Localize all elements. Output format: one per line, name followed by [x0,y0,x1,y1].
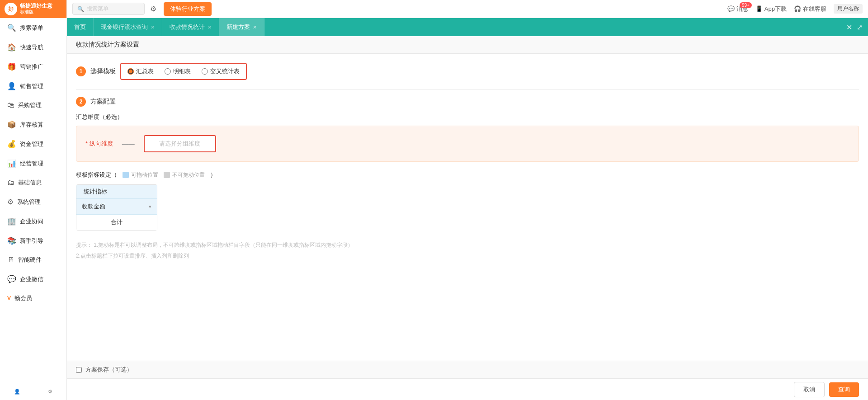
sidebar-item-ops[interactable]: 📊 经营管理 [0,154,66,173]
tab-home[interactable]: 首页 [67,18,94,36]
ops-icon: 📊 [7,159,16,168]
tab-collect-stats-label: 收款情况统计 [170,23,205,31]
online-service[interactable]: 🎧 在线客服 [794,5,826,13]
person-icon: 👤 [14,389,20,395]
sidebar-item-marketing[interactable]: 🎁 营销推广 [0,57,66,76]
sidebar-item-label: 快速导航 [20,43,43,52]
tabbar: 首页 现金银行流水查询 ✕ 收款情况统计 ✕ 新建方案 ✕ ✕ ⤢ [67,18,868,36]
sidebar-item-purchase[interactable]: 🛍 采购管理 [0,96,66,115]
corp-icon: 🏢 [7,217,16,226]
tab-new-plan-close[interactable]: ✕ [253,24,257,30]
dimension-row-label: * 纵向维度 [85,140,113,148]
app-download[interactable]: 📱 App下载 [755,5,787,13]
tab-close-all-icon[interactable]: ✕ [846,23,852,32]
step1-title: 选择模板 [90,67,116,75]
template-options: 汇总表 明细表 交叉统计表 [120,63,247,80]
sidebar-item-corp[interactable]: 🏢 企业协同 [0,212,66,231]
step-divider [76,89,859,89]
tab-new-plan[interactable]: 新建方案 ✕ [219,18,264,36]
dimension-area: * 纵向维度 —— 请选择分组维度 [76,126,859,162]
system-icon: ⚙ [7,198,14,206]
sidebar-item-label: 营销推广 [20,63,43,71]
tabbar-controls: ✕ ⤢ [841,23,868,32]
page-title-bar: 收款情况统计方案设置 [67,36,868,54]
search-icon: 🔍 [77,6,84,12]
template-option-summary[interactable]: 汇总表 [127,67,154,75]
sidebar-bottom-btn1[interactable]: 👤 [12,387,22,396]
dimension-select-box[interactable]: 请选择分组维度 [144,135,216,152]
tab-bank-flow-close[interactable]: ✕ [151,24,155,30]
service-label: 在线客服 [803,5,826,13]
sidebar-item-newbie[interactable]: 📚 新手引导 [0,231,66,250]
indicator-settings-header: 模板指标设定（ 可拖动位置 不可拖动位置 ） [76,171,859,179]
hardware-icon: 🖥 [7,256,14,264]
sidebar-item-system[interactable]: ⚙ 系统管理 [0,192,66,212]
trial-button[interactable]: 体验行业方案 [164,2,212,16]
query-button[interactable]: 查询 [829,382,859,397]
finance-icon: 💰 [7,140,16,148]
stats-cell-dropdown-icon[interactable]: ▾ [149,204,151,210]
tab-collect-stats[interactable]: 收款情况统计 ✕ [162,18,219,36]
legend-drag: 可拖动位置 [123,171,158,179]
sidebar-logo: 好 畅捷通好生意 标准版 [0,0,66,18]
quick-nav-icon: 🏠 [7,43,16,52]
stats-table-header: 统计指标 [76,185,157,199]
download-label: App下载 [764,5,787,13]
member-icon: V [7,295,11,301]
template-option-cross[interactable]: 交叉统计表 [202,67,240,75]
save-label[interactable]: 方案保存（可选） [85,366,132,374]
topbar-search[interactable]: 🔍 搜索菜单 [72,3,145,15]
tips-line2: 2.点击标题栏下拉可设置排序、插入列和删除列 [76,250,859,261]
sidebar-item-finance[interactable]: 💰 资金管理 [0,134,66,154]
dimension-title: 汇总维度（必选） [76,113,859,121]
template-radio-cross[interactable] [202,68,208,75]
topbar-gear-icon[interactable]: ⚙ [150,5,156,13]
indicator-title-end: ） [210,171,216,179]
username-display: 用户名称 [834,4,863,14]
marketing-icon: 🎁 [7,62,16,71]
sidebar-item-hardware[interactable]: 🖥 智能硬件 [0,250,66,269]
template-label-detail: 明细表 [173,67,191,75]
page-footer: 方案保存（可选） [67,361,868,378]
cancel-button[interactable]: 取消 [794,382,825,397]
tab-new-plan-label: 新建方案 [226,23,250,31]
sidebar-bottom: 👤 ⚙ [0,383,66,400]
topbar-right: 💬 消息 99+ 📱 App下载 🎧 在线客服 用户名称 [727,4,863,14]
logo-icon: 好 [5,3,17,15]
template-option-detail[interactable]: 明细表 [165,67,191,75]
sidebar-item-label: 基础信息 [18,179,42,187]
tab-home-label: 首页 [74,23,86,31]
page-title: 收款情况统计方案设置 [76,41,139,48]
page-container: 收款情况统计方案设置 1 选择模板 汇总表 [67,36,868,378]
message-badge[interactable]: 💬 消息 99+ [727,5,748,13]
sidebar-item-search-menu[interactable]: 🔍 搜索菜单 [0,18,66,38]
sidebar-item-label: 新手引导 [20,237,43,245]
template-radio-detail[interactable] [165,68,171,75]
sidebar-item-label: 畅会员 [14,294,32,302]
sidebar-item-wechat[interactable]: 💬 企业微信 [0,269,66,289]
indicator-title: 模板指标设定（ [76,171,117,179]
sidebar-item-label: 库存核算 [20,121,43,129]
tab-bank-flow[interactable]: 现金银行流水查询 ✕ [94,18,162,36]
settings-icon: ⚙ [48,389,52,395]
save-checkbox[interactable] [76,367,82,373]
template-radio-summary[interactable] [127,68,134,75]
wechat-icon: 💬 [7,275,16,283]
sidebar-bottom-btn2[interactable]: ⚙ [46,387,54,396]
dimension-arrow: —— [122,140,135,147]
step2-section: 2 方案配置 汇总维度（必选） * 纵向维度 —— 请选择分组维度 [76,97,859,261]
inventory-icon: 📦 [7,120,16,129]
sidebar-item-inventory[interactable]: 📦 库存核算 [0,115,66,134]
sidebar-item-label: 企业协同 [20,217,43,226]
sidebar-item-label: 企业微信 [20,275,43,283]
legend-drag-label: 可拖动位置 [131,171,158,179]
sidebar-item-member[interactable]: V 畅会员 [0,289,66,308]
tab-expand-icon[interactable]: ⤢ [857,23,863,32]
sidebar-item-sales[interactable]: 👤 销售管理 [0,76,66,96]
tab-collect-stats-close[interactable]: ✕ [208,24,212,30]
config-section: 汇总维度（必选） * 纵向维度 —— 请选择分组维度 模板指标设定（ [76,113,859,261]
sidebar-item-base[interactable]: 🗂 基础信息 [0,173,66,192]
search-menu-icon: 🔍 [7,24,16,32]
purchase-icon: 🛍 [7,101,14,109]
sidebar-item-quick-nav[interactable]: 🏠 快速导航 [0,38,66,57]
